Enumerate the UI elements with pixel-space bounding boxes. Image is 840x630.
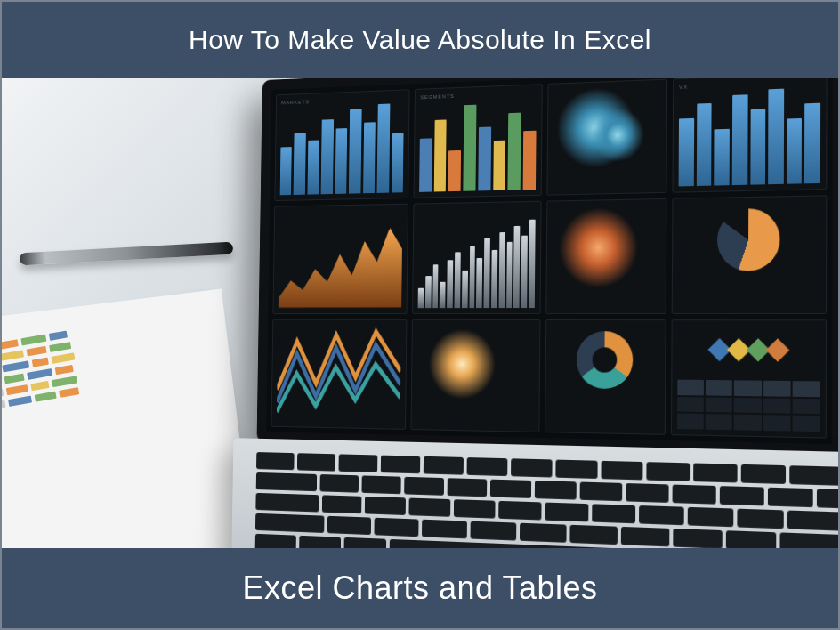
chart-panel-diamonds [671, 319, 827, 439]
laptop: MARKETS SEGMENTS [255, 78, 838, 548]
laptop-keyboard [230, 438, 838, 548]
chart-panel-bars-blue: MARKETS [274, 89, 409, 201]
header-band: How To Make Value Absolute In Excel [2, 2, 838, 78]
laptop-screen: MARKETS SEGMENTS [257, 78, 838, 456]
page-title: How To Make Value Absolute In Excel [189, 25, 651, 55]
hero-illustration: MARKETS SEGMENTS [2, 78, 838, 548]
chart-panel-area-orange [272, 204, 408, 314]
chart-panel-bars-colored: SEGMENTS [414, 84, 543, 198]
chart-panel-burst [410, 319, 540, 432]
spreadsheet-printout [2, 293, 254, 548]
footer-caption: Excel Charts and Tables [242, 569, 597, 607]
chart-panel-pie [672, 196, 828, 314]
chart-panel-donut [545, 319, 666, 435]
chart-panel-firework-orange [545, 198, 667, 313]
chart-panel-firework-teal [546, 78, 667, 195]
tutorial-card: How To Make Value Absolute In Excel MARK… [0, 0, 840, 630]
footer-band: Excel Charts and Tables [2, 548, 838, 628]
chart-panel-bars-tall: VX [673, 78, 828, 193]
dashboard-grid: MARKETS SEGMENTS [266, 78, 833, 444]
chart-panel-zigzag [271, 319, 408, 429]
chart-panel-bars-silver [412, 201, 541, 314]
